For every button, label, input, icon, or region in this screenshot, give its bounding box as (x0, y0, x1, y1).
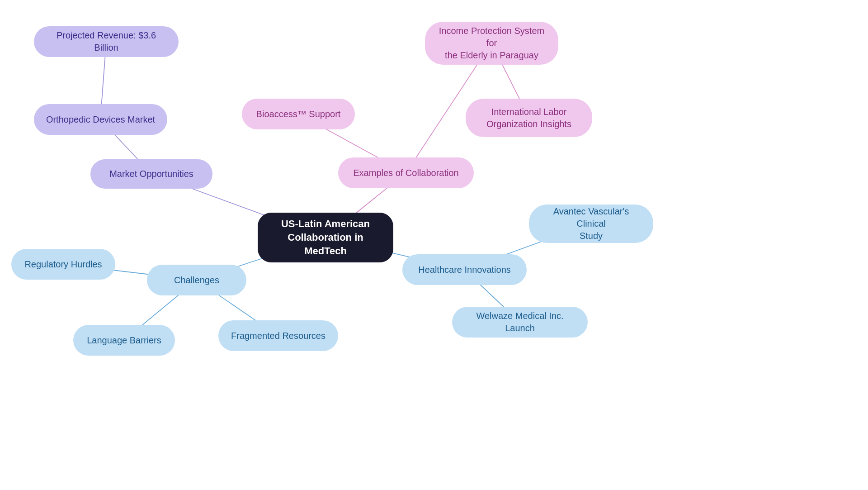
fragmented-resources-label: Fragmented Resources (231, 330, 326, 342)
challenges-node: Challenges (147, 265, 246, 295)
orthopedic-devices-label: Orthopedic Devices Market (46, 114, 155, 126)
central-node: US-Latin AmericanCollaboration in MedTec… (258, 213, 393, 262)
projected-revenue-label: Projected Revenue: $3.6 Billion (44, 29, 169, 54)
regulatory-hurdles-label: Regulatory Hurdles (24, 258, 102, 271)
healthcare-innovations-node: Healthcare Innovations (402, 254, 527, 285)
regulatory-hurdles-node: Regulatory Hurdles (11, 249, 115, 280)
examples-collaboration-node: Examples of Collaboration (338, 157, 474, 188)
language-barriers-label: Language Barriers (87, 334, 161, 347)
avantec-vascular-node: Avantec Vascular's ClinicalStudy (529, 205, 653, 243)
language-barriers-node: Language Barriers (73, 325, 175, 356)
avantec-vascular-label: Avantec Vascular's ClinicalStudy (539, 205, 643, 242)
ilo-insights-label: International LaborOrganization Insights (486, 106, 571, 130)
market-opportunities-label: Market Opportunities (109, 168, 193, 180)
healthcare-innovations-label: Healthcare Innovations (418, 264, 511, 276)
examples-collaboration-label: Examples of Collaboration (353, 167, 458, 179)
welwaze-medical-label: Welwaze Medical Inc. Launch (462, 310, 578, 334)
income-protection-node: Income Protection System forthe Elderly … (425, 22, 558, 65)
central-label: US-Latin AmericanCollaboration in MedTec… (268, 217, 383, 257)
orthopedic-devices-node: Orthopedic Devices Market (34, 104, 167, 135)
welwaze-medical-node: Welwaze Medical Inc. Launch (452, 307, 588, 338)
market-opportunities-node: Market Opportunities (90, 159, 212, 189)
projected-revenue-node: Projected Revenue: $3.6 Billion (34, 26, 179, 57)
challenges-label: Challenges (174, 274, 219, 286)
bioaccess-support-label: Bioaccess™ Support (256, 108, 341, 120)
fragmented-resources-node: Fragmented Resources (218, 320, 338, 351)
bioaccess-support-node: Bioaccess™ Support (242, 99, 355, 129)
ilo-insights-node: International LaborOrganization Insights (466, 99, 592, 137)
income-protection-label: Income Protection System forthe Elderly … (435, 25, 548, 62)
